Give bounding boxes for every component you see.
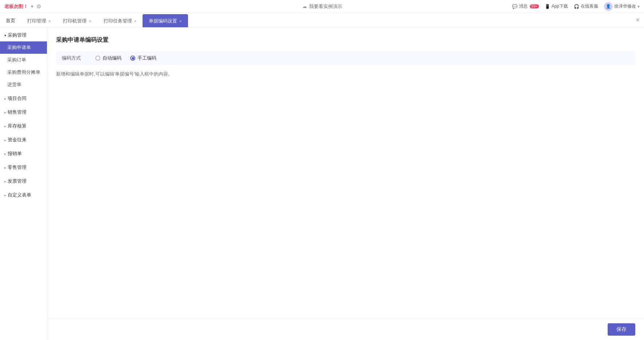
radio-auto-encoding[interactable]: 自动编码 [95, 55, 121, 61]
online-service-btn[interactable]: 🎧 在线客服 [574, 3, 598, 9]
sidebar-group-custom-forms-label: 自定义表单 [8, 192, 31, 198]
tab-barcode-settings[interactable]: 单据编码设置 × [143, 14, 188, 27]
tab-barcode-settings-label: 单据编码设置 [149, 18, 177, 24]
app-icon: 📱 [545, 4, 550, 9]
top-bar-center: ☁ 我要看实例演示 [302, 3, 342, 10]
online-service-label: 在线客服 [581, 3, 598, 9]
sidebar-item-purchase-expense[interactable]: 采购费用分摊单 [0, 66, 47, 78]
encoding-method-row: 编码方式 自动编码 手工编码 [56, 51, 635, 65]
sidebar-item-purchase-order[interactable]: 采购订单 [0, 54, 47, 66]
sidebar-group-purchase: ▾ 采购管理 采购申请单 采购订单 采购费用分摊单 进货单 [0, 29, 47, 91]
tab-print-mgmt-label: 打印管理 [27, 18, 46, 24]
sidebar-group-project-contract-arrow: ▸ [4, 97, 6, 101]
tab-print-mgmt[interactable]: 打印管理 × [21, 14, 57, 27]
radio-manual-encoding[interactable]: 手工编码 [130, 55, 156, 61]
logo-text: 老板勿割！ [4, 3, 28, 10]
close-all-tabs-btn[interactable]: × [636, 16, 640, 24]
sidebar-item-purchase-expense-label: 采购费用分摊单 [7, 69, 40, 75]
radio-manual-circle [130, 56, 135, 61]
sidebar-group-project-contract-title[interactable]: ▸ 项目合同 [0, 92, 47, 105]
sidebar-group-returns-label: 报销单 [8, 150, 22, 157]
top-bar: 老板勿割！ ▾ ⚙ ☁ 我要看实例演示 💬 消息 99+ 📱 App下载 🎧 在… [0, 0, 644, 13]
sidebar-group-invoice: ▸ 发票管理 [0, 175, 47, 187]
sidebar-item-purchase-order-label: 采购订单 [7, 57, 26, 62]
tab-print-task-mgmt-close[interactable]: × [134, 19, 136, 23]
sidebar-group-retail: ▸ 零售管理 [0, 161, 47, 174]
tab-printer-mgmt[interactable]: 打印机管理 × [57, 14, 97, 27]
sidebar-group-sales-arrow: ▸ [4, 110, 6, 114]
sidebar-group-returns-title[interactable]: ▸ 报销单 [0, 147, 47, 160]
radio-manual-label: 手工编码 [137, 55, 156, 61]
sidebar-group-inventory-label: 库存核算 [8, 123, 27, 129]
main-layout: ▾ 采购管理 采购申请单 采购订单 采购费用分摊单 进货单 ▸ 项目合同 [0, 28, 644, 340]
sidebar-item-purchase-request-label: 采购申请单 [7, 45, 31, 50]
sidebar-group-purchase-arrow: ▾ [4, 33, 6, 37]
sidebar-group-returns-arrow: ▸ [4, 152, 6, 156]
sidebar-group-retail-label: 零售管理 [8, 164, 27, 171]
sidebar-group-inventory-title[interactable]: ▸ 库存核算 [0, 120, 47, 132]
content-area: 采购申请单编码设置 编码方式 自动编码 手工编码 新增和编辑单据时,可以编辑'单… [47, 28, 644, 340]
message-badge: 99+ [530, 4, 539, 8]
sidebar-group-custom-forms-arrow: ▸ [4, 193, 6, 197]
sidebar-group-capital-arrow: ▸ [4, 138, 6, 142]
sidebar-group-returns: ▸ 报销单 [0, 147, 47, 160]
sidebar-group-inventory: ▸ 库存核算 [0, 120, 47, 132]
page-title: 采购申请单编码设置 [56, 36, 635, 44]
app-download-label: App下载 [552, 3, 568, 9]
user-avatar: 👤 [604, 2, 613, 11]
radio-auto-label: 自动编码 [103, 55, 121, 61]
sidebar-group-capital-title[interactable]: ▸ 资金往来 [0, 134, 47, 146]
sidebar-group-inventory-arrow: ▸ [4, 124, 6, 128]
tab-print-task-mgmt[interactable]: 打印任务管理 × [97, 14, 143, 27]
sidebar-group-retail-arrow: ▸ [4, 166, 6, 170]
message-icon: 💬 [512, 4, 517, 9]
sidebar-group-invoice-arrow: ▸ [4, 179, 6, 183]
message-label: 消息 [519, 3, 528, 9]
dropdown-arrow-icon[interactable]: ▾ [31, 4, 33, 9]
tab-printer-mgmt-label: 打印机管理 [63, 18, 87, 24]
hint-text: 新增和编辑单据时,可以编辑'单据编号'输入框中的内容。 [56, 71, 635, 77]
message-btn[interactable]: 💬 消息 99+ [512, 3, 539, 9]
sidebar-group-invoice-label: 发票管理 [8, 178, 27, 185]
sidebar-group-retail-title[interactable]: ▸ 零售管理 [0, 161, 47, 174]
content-inner: 采购申请单编码设置 编码方式 自动编码 手工编码 新增和编辑单据时,可以编辑'单… [47, 28, 644, 340]
encoding-method-label: 编码方式 [62, 55, 81, 61]
tab-barcode-settings-close[interactable]: × [179, 19, 181, 23]
sidebar-group-custom-forms-title[interactable]: ▸ 自定义表单 [0, 189, 47, 201]
sidebar-item-purchase-request[interactable]: 采购申请单 [0, 41, 47, 54]
sidebar-item-stock-in-label: 进货单 [7, 82, 21, 87]
save-button[interactable]: 保存 [608, 323, 635, 336]
sidebar-group-purchase-label: 采购管理 [8, 32, 27, 39]
sidebar-group-sales-title[interactable]: ▸ 销售管理 [0, 106, 47, 118]
tab-bar: 首页 打印管理 × 打印机管理 × 打印任务管理 × 单据编码设置 × × [0, 13, 644, 28]
tab-home-label: 首页 [6, 17, 15, 24]
cloud-icon: ☁ [302, 4, 307, 9]
radio-auto-circle [95, 56, 100, 61]
sidebar-group-capital: ▸ 资金往来 [0, 134, 47, 146]
user-name: 徐泽华修改 [614, 3, 636, 9]
sidebar-group-project-contract: ▸ 项目合同 [0, 92, 47, 105]
sidebar-group-project-contract-label: 项目合同 [8, 95, 27, 102]
tab-home[interactable]: 首页 [0, 14, 21, 27]
user-profile-btn[interactable]: 👤 徐泽华修改 ▾ [604, 2, 640, 11]
sidebar-group-sales: ▸ 销售管理 [0, 106, 47, 118]
demo-label[interactable]: 我要看实例演示 [309, 3, 342, 10]
tab-printer-mgmt-close[interactable]: × [89, 19, 91, 23]
gear-icon[interactable]: ⚙ [36, 3, 41, 10]
sidebar-group-capital-label: 资金往来 [8, 137, 27, 143]
sidebar-group-sales-label: 销售管理 [8, 109, 27, 116]
sidebar-group-invoice-title[interactable]: ▸ 发票管理 [0, 175, 47, 187]
sidebar-group-purchase-title[interactable]: ▾ 采购管理 [0, 29, 47, 41]
tab-print-task-mgmt-label: 打印任务管理 [104, 18, 132, 24]
sidebar: ▾ 采购管理 采购申请单 采购订单 采购费用分摊单 进货单 ▸ 项目合同 [0, 28, 47, 340]
top-bar-right: 💬 消息 99+ 📱 App下载 🎧 在线客服 👤 徐泽华修改 ▾ [512, 2, 640, 11]
tab-print-mgmt-close[interactable]: × [48, 19, 51, 23]
user-dropdown-icon: ▾ [637, 4, 640, 9]
app-download-btn[interactable]: 📱 App下载 [545, 3, 568, 9]
headset-icon: 🎧 [574, 4, 579, 9]
sidebar-group-custom-forms: ▸ 自定义表单 [0, 189, 47, 201]
top-bar-left: 老板勿割！ ▾ ⚙ [4, 3, 41, 10]
sidebar-item-stock-in[interactable]: 进货单 [0, 78, 47, 91]
footer-bar: 保存 [47, 318, 644, 340]
